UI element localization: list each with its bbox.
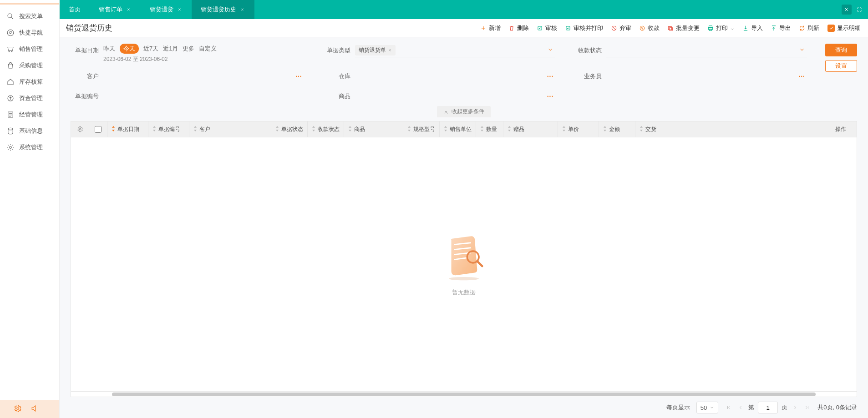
ellipsis-icon[interactable]: ··· [295,73,302,80]
filter-customer-input[interactable]: ··· [103,70,304,83]
fullscreen-icon[interactable] [855,5,863,14]
page-prev-button[interactable] [736,403,745,412]
sidebar-item-label: 搜索菜单 [19,12,43,20]
page-next-button[interactable] [791,403,799,412]
toolbar-plus-button[interactable]: 新增 [477,22,503,35]
close-icon[interactable] [239,6,245,13]
sidebar-item-home[interactable]: 库存核算 [0,74,59,90]
table-column-header[interactable]: 销售单位 [440,121,476,137]
tab-0[interactable]: 首页 [60,0,90,19]
page-first-button[interactable] [725,403,733,412]
filter-doc-type-input[interactable]: 销货退货单 [355,44,556,57]
table-column-header[interactable]: 收款状态 [308,121,344,137]
toolbar-button-label: 新增 [489,24,501,32]
close-icon[interactable] [388,47,392,54]
toolbar-bulk-button[interactable]: 批量变更 [664,22,702,35]
sidebar-item-bag[interactable]: 采购管理 [0,57,59,74]
table-column-header[interactable]: 单据编号 [148,121,189,137]
sidebar-logo-strip [0,0,59,5]
settings-icon[interactable] [14,404,22,414]
filter-warehouse-label: 仓库 [322,70,355,81]
sidebar-item-coin[interactable]: 资金管理 [0,90,59,106]
toolbar-export-button[interactable]: 导出 [767,22,794,35]
close-icon[interactable] [125,6,132,13]
table-column-header[interactable]: 客户 [189,121,271,137]
sidebar-item-report[interactable]: 经营管理 [0,106,59,123]
sort-icon [639,126,644,133]
tab-3[interactable]: 销货退货历史 [192,0,254,19]
sort-icon [311,126,316,133]
toolbar-stamp-print-button[interactable]: 审核并打印 [562,22,606,35]
date-quick-option[interactable]: 今天 [120,44,139,54]
table-column-header[interactable]: 交货 [635,121,663,137]
ellipsis-icon[interactable]: ··· [547,93,554,100]
sidebar-item-gear[interactable]: 系统管理 [0,139,59,156]
checkbox-checked-icon [827,25,835,32]
date-quick-option[interactable]: 昨天 [103,45,115,53]
doc-type-tag-label: 销货退货单 [359,46,386,54]
ellipsis-icon[interactable]: ··· [798,73,805,80]
table-column-header[interactable]: 单价 [558,121,599,137]
query-button[interactable]: 查询 [825,44,857,56]
sidebar-item-label: 资金管理 [19,94,43,102]
date-quick-option[interactable]: 近1月 [163,45,178,53]
close-icon[interactable] [176,6,183,13]
table-column-header[interactable]: 赠品 [503,121,558,137]
svg-rect-11 [668,26,671,30]
svg-point-5 [10,146,12,149]
toolbar-trash-button[interactable]: 删除 [505,22,532,35]
page-last-button[interactable] [803,403,811,412]
toolbar-refresh-button[interactable]: 刷新 [796,22,822,35]
select-all-checkbox[interactable] [95,126,102,133]
speaker-icon[interactable] [31,404,39,414]
sort-icon [348,126,352,133]
table-column-header[interactable]: 单据状态 [271,121,308,137]
collapse-filters-button[interactable]: 收起更多条件 [437,106,491,117]
toolbar-import-button[interactable]: 导入 [739,22,766,35]
stamp-icon [536,25,543,31]
filter-warehouse-input[interactable]: ··· [355,70,556,83]
sidebar-item-db[interactable]: 基础信息 [0,123,59,139]
doc-type-tag[interactable]: 销货退货单 [355,45,396,55]
filter-receipt-status-input[interactable] [606,44,807,57]
filter-product-input[interactable]: ··· [355,90,556,103]
table-column-header[interactable]: 金额 [599,121,635,137]
tab-1[interactable]: 销售订单 [90,0,141,19]
tab-close-all-button[interactable] [842,5,852,15]
filter-product: 商品 ··· [322,90,556,103]
filter-panel: 单据日期 昨天今天近7天近1月更多自定义 2023-06-02 至 2023-0… [60,37,868,121]
table-column-header[interactable]: 单据日期 [107,121,148,137]
filter-doc-no-input[interactable] [103,90,304,103]
date-quick-option[interactable]: 近7天 [143,45,158,53]
chevron-down-icon[interactable] [547,46,553,54]
filter-salesman-input[interactable]: ··· [606,70,807,83]
sidebar-item-compass[interactable]: 快捷导航 [0,25,59,41]
ellipsis-icon[interactable]: ··· [547,73,554,80]
filter-receipt-status-label: 收款状态 [574,44,606,55]
table-settings-button[interactable] [71,121,89,137]
sidebar-item-cart[interactable]: 销售管理 [0,41,59,57]
tab-2[interactable]: 销货退货 [141,0,192,19]
date-quick-option[interactable]: 更多 [183,45,194,53]
sidebar-item-search[interactable]: 搜索菜单 [0,8,59,25]
show-detail-toggle[interactable]: 显示明细 [825,22,863,35]
filter-settings-button[interactable]: 设置 [825,60,857,72]
table-column-header[interactable]: 规格型号 [403,121,440,137]
per-page-select[interactable]: 50 [696,402,718,413]
toolbar-button-label: 删除 [517,24,529,32]
pagination: 每页显示 50 第 页 共0页, 0条记录 [60,397,868,418]
page-input[interactable] [758,402,778,413]
toolbar-printer-button[interactable]: 打印 [704,22,737,35]
horizontal-scrollbar[interactable] [71,392,857,397]
table-select-all[interactable] [89,121,107,137]
tab-label: 销货退货 [150,5,173,14]
table-column-header[interactable]: 数量 [476,121,503,137]
toolbar-stamp-button[interactable]: 审核 [533,22,560,35]
table-column-header[interactable]: 商品 [344,121,403,137]
toolbar-money-button[interactable]: 收款 [636,22,662,35]
toolbar-ban-button[interactable]: 弃审 [608,22,634,35]
chevron-down-icon[interactable] [799,46,805,54]
date-quick-option[interactable]: 自定义 [199,45,217,53]
svg-point-6 [17,407,19,409]
scrollbar-thumb[interactable] [112,393,816,396]
